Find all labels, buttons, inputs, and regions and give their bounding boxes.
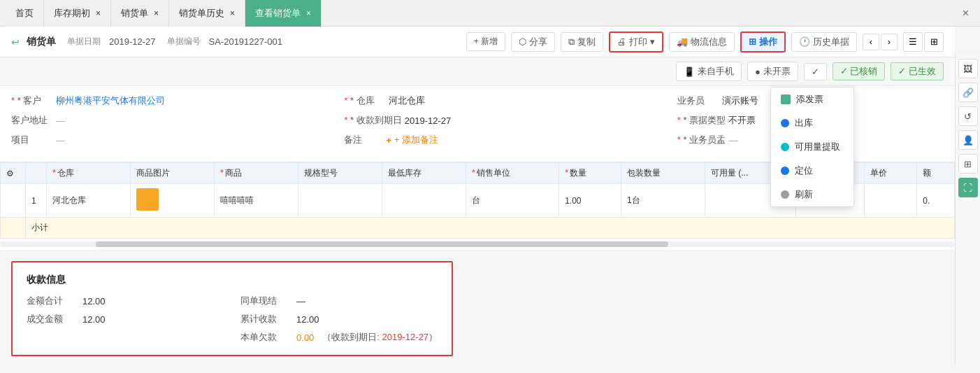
tab-sales-order-close[interactable]: × — [154, 8, 159, 18]
copy-icon: ⧉ — [568, 36, 575, 48]
sidebar-user-btn[interactable]: 👤 — [958, 130, 978, 150]
not-opened-btn[interactable]: ● 未开票 — [747, 62, 798, 81]
copy-button[interactable]: ⧉ 复制 — [561, 32, 603, 52]
sidebar-expand-btn[interactable]: ⛶ — [958, 178, 978, 197]
address-value: — — [56, 115, 65, 126]
add-note-btn[interactable]: + + 添加备注 — [386, 134, 438, 146]
window-close-btn[interactable]: × — [957, 4, 974, 22]
document-header: ↩ 销货单 单据日期 2019-12-27 单据编号 SA-20191227-0… — [0, 27, 955, 57]
effective-tag: ✓ 已生效 — [891, 62, 944, 80]
row-pack-qty: 1台 — [621, 184, 705, 218]
date-value: 2019-12-27 — [109, 36, 156, 47]
customer-value[interactable]: 柳州粤港平安气体有限公司 — [56, 94, 165, 107]
confirm-btn[interactable]: ✓ — [804, 63, 827, 80]
tab-bar-right: × — [957, 4, 974, 22]
history-icon: 🕐 — [799, 36, 810, 47]
horizontal-scrollbar[interactable] — [0, 241, 955, 247]
from-mobile-btn[interactable]: 📱 来自手机 — [676, 62, 742, 81]
print-chevron-icon: ▾ — [650, 36, 655, 47]
col-product-img: 商品图片 — [131, 163, 215, 184]
address-field: 客户地址 — — [11, 114, 344, 127]
circle-teal-icon — [781, 143, 789, 151]
payment-date-label: * 收款到期日 — [344, 114, 401, 127]
row-gear — [1, 184, 26, 218]
summary-grid: 金额合计 12.00 同单现结 — 成交金额 12.00 累计收款 12.00 — [27, 295, 438, 344]
same-settlement-label: 同单现结 — [240, 295, 291, 307]
image-icon: 🖼 — [963, 64, 972, 74]
user-icon: 👤 — [963, 135, 974, 146]
main-content: ↩ 销货单 单据日期 2019-12-27 单据编号 SA-20191227-0… — [0, 27, 980, 365]
sidebar-rotate-btn[interactable]: ↺ — [958, 106, 978, 126]
new-button[interactable]: + 新增 — [466, 32, 505, 51]
summary-row-cumulative: 累计收款 12.00 — [240, 313, 438, 325]
col-min-stock: 最低库存 — [382, 163, 466, 184]
circle-gray-icon — [781, 190, 789, 199]
prev-arrow[interactable]: ‹ — [863, 34, 879, 50]
row-product: 嘻嘻嘻嘻 — [215, 184, 298, 218]
list-view-btn[interactable]: ☰ — [903, 32, 923, 52]
dropdown-add-invoice[interactable]: 添发票 — [771, 87, 853, 111]
payment-date-value: 2019-12-27 — [405, 115, 452, 126]
deal-value: 12.00 — [82, 314, 106, 325]
deal-label: 成交金额 — [27, 313, 77, 325]
note-field: 备注 + + 添加备注 — [344, 134, 677, 146]
share-button[interactable]: ⬡ 分享 — [511, 32, 555, 52]
operation-dropdown: 添发票 出库 可用量提取 定位 刷新 — [770, 87, 854, 207]
logistics-button[interactable]: 🚚 物流信息 — [669, 32, 735, 52]
tab-sales-history[interactable]: 销货单历史 × — [169, 0, 245, 27]
tab-inventory-init[interactable]: 库存期初 × — [44, 0, 111, 27]
check-circle2-icon: ✓ — [898, 66, 906, 76]
row-sales-unit: 台 — [466, 184, 559, 218]
row-unit-price — [864, 184, 917, 218]
row-amount: 0. — [917, 184, 955, 218]
payment-date-field: * 收款到期日 2019-12-27 — [344, 114, 677, 127]
col-gear[interactable]: ⚙ — [1, 163, 26, 184]
scroll-thumb[interactable] — [96, 241, 669, 247]
staff2-value: — — [728, 135, 737, 146]
col-quantity: *数量 — [559, 163, 621, 184]
operation-button[interactable]: ⊞ 操作 — [740, 31, 786, 52]
row-spec — [298, 184, 382, 218]
staff-label: 业务员 — [677, 94, 719, 107]
view-toggle: ☰ ⊞ — [903, 32, 944, 52]
mobile-icon: 📱 — [684, 66, 695, 77]
tab-sales-history-close[interactable]: × — [230, 8, 235, 18]
tab-view-sales-close[interactable]: × — [306, 8, 311, 18]
dropdown-refresh[interactable]: 刷新 — [771, 183, 853, 206]
history-button[interactable]: 🕐 历史单据 — [791, 32, 857, 52]
sidebar-image-btn[interactable]: 🖼 — [958, 59, 978, 78]
tab-inventory-init-close[interactable]: × — [96, 8, 101, 18]
add-note-icon: + — [386, 135, 391, 146]
check-circle-icon: ✓ — [840, 66, 848, 76]
dropdown-available-qty[interactable]: 可用量提取 — [771, 135, 853, 159]
dropdown-locate[interactable]: 定位 — [771, 159, 853, 183]
warehouse-label: * 仓库 — [344, 94, 386, 107]
print-icon: 🖨 — [617, 36, 626, 47]
doc-type-section: ↩ 销货单 — [11, 36, 56, 48]
arrear-date: 2019-12-27 — [382, 332, 429, 342]
circle-blue-icon — [781, 119, 789, 127]
sidebar-link-btn[interactable]: 🔗 — [958, 83, 978, 102]
row-min-stock — [382, 184, 466, 218]
tab-sales-order[interactable]: 销货单 × — [111, 0, 169, 27]
next-arrow[interactable]: › — [881, 34, 898, 50]
dropdown-out-warehouse[interactable]: 出库 — [771, 111, 853, 135]
cancelled-tag: ✓ 已核销 — [833, 62, 886, 80]
num-field: 单据编号 SA-20191227-001 — [167, 36, 283, 48]
sidebar-table-btn[interactable]: ⊞ — [958, 154, 978, 174]
nav-arrows: ‹ › — [863, 34, 898, 50]
num-label: 单据编号 — [167, 36, 201, 48]
staff-value: 演示账号 — [722, 94, 758, 107]
print-button[interactable]: 🖨 打印 ▾ — [609, 31, 663, 52]
summary-row-deal: 成交金额 12.00 — [27, 313, 224, 325]
subtotal-label: 小计 — [26, 218, 955, 239]
expand-icon: ⛶ — [963, 183, 972, 193]
tab-home[interactable]: 首页 — [6, 0, 44, 27]
staff2-label: * 业务员盂 — [677, 134, 726, 146]
project-value: — — [56, 135, 65, 146]
tab-view-sales[interactable]: 查看销货单 × — [245, 0, 322, 27]
header-right: + 新增 ⬡ 分享 ⧉ 复制 🖨 打印 ▾ 🚚 物流信息 ⊞ 操作 — [466, 31, 944, 52]
arrear-label: 本单欠款 — [240, 331, 291, 344]
grid-view-btn[interactable]: ⊞ — [924, 32, 944, 52]
doc-icon: ↩ — [11, 36, 20, 48]
